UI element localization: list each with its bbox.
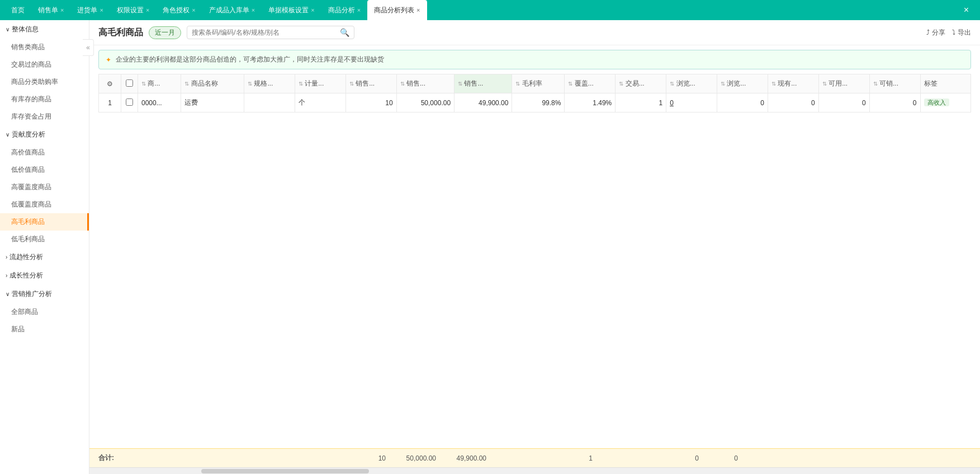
sidebar-item-category-rate[interactable]: 商品分类助购率	[0, 73, 89, 91]
sidebar-group-marketing[interactable]: ∨ 营销推广分析	[0, 285, 89, 303]
th-sales-cost[interactable]: ⇅ 销售...	[455, 74, 512, 93]
sort-icon-4: ⇅	[299, 81, 303, 87]
sidebar-item-all-goods[interactable]: 全部商品	[0, 303, 89, 321]
cell-unit: 个	[295, 93, 345, 112]
nav-analysis-list[interactable]: 商品分析列表 ×	[367, 0, 427, 20]
nav-sales-close[interactable]: ×	[60, 7, 64, 13]
th-code[interactable]: ⇅ 商...	[138, 74, 181, 93]
export-button[interactable]: ⤵ 导出	[952, 28, 971, 37]
share-icon: ⤴	[926, 29, 930, 36]
cell-checkbox[interactable]	[121, 93, 138, 112]
sort-icon-14: ⇅	[822, 81, 827, 87]
sidebar-item-in-stock[interactable]: 有库存的商品	[0, 91, 89, 108]
nav-permission[interactable]: 权限设置 ×	[110, 0, 156, 20]
footer-spacer-browse2	[629, 454, 663, 462]
sidebar-group-overall[interactable]: ∨ 整体信息	[0, 20, 89, 39]
th-unit[interactable]: ⇅ 计量...	[295, 74, 345, 93]
sidebar-group-growth[interactable]: › 成长性分析	[0, 266, 89, 285]
th-coverage[interactable]: ⇅ 覆盖...	[565, 74, 616, 93]
th-browse2[interactable]: ⇅ 浏览...	[717, 74, 768, 93]
sidebar-item-new-goods[interactable]: 新品	[0, 321, 89, 338]
sidebar-group-contribution[interactable]: ∨ 贡献度分析	[0, 125, 89, 144]
cell-browse1[interactable]: 0	[666, 93, 717, 112]
th-available-stock[interactable]: ⇅ 可用...	[818, 74, 869, 93]
header-actions: ⤴ 分享 ⤵ 导出	[926, 28, 971, 37]
sort-icon-9: ⇅	[568, 81, 572, 87]
nav-sales[interactable]: 销售单 ×	[31, 0, 70, 20]
sidebar-item-high-margin[interactable]: 高毛利商品	[0, 213, 89, 231]
th-sales-qty[interactable]: ⇅ 销售...	[345, 74, 396, 93]
sidebar-item-low-margin[interactable]: 低毛利商品	[0, 231, 89, 248]
th-spec[interactable]: ⇅ 规格...	[244, 74, 295, 93]
search-box[interactable]: 🔍	[187, 26, 354, 39]
content-header: 高毛利商品 近一月 🔍 ⤴ 分享 ⤵ 导出	[89, 20, 980, 45]
nav-template-close[interactable]: ×	[311, 7, 314, 13]
filter-recent-month-button[interactable]: 近一月	[149, 26, 181, 39]
nav-permission-close[interactable]: ×	[146, 7, 149, 13]
table-container: ⚙ ⇅ 商... ⇅ 商品名称	[89, 74, 980, 448]
nav-role[interactable]: 角色授权 ×	[156, 0, 202, 20]
footer-sales-cost: 49,900.00	[439, 454, 490, 462]
search-icon[interactable]: 🔍	[340, 28, 349, 37]
th-tag[interactable]: 标签	[920, 74, 970, 93]
sidebar-item-high-value[interactable]: 高价值商品	[0, 144, 89, 161]
row-checkbox[interactable]	[126, 98, 133, 106]
footer-values: 10 50,000.00 49,900.00 1 0 0	[165, 454, 971, 462]
cell-browse2: 0	[717, 93, 768, 112]
scrollbar-thumb[interactable]	[201, 469, 369, 473]
sort-icon-6: ⇅	[400, 81, 405, 87]
footer-available-stock: 0	[702, 454, 741, 462]
nav-purchase[interactable]: 进货单 ×	[70, 0, 110, 20]
th-settings[interactable]: ⚙	[99, 74, 121, 93]
share-button[interactable]: ⤴ 分享	[926, 28, 945, 37]
cell-name: 运费	[181, 93, 244, 112]
th-name[interactable]: ⇅ 商品名称	[181, 74, 244, 93]
cell-sales-amount: 50,000.00	[396, 93, 454, 112]
cell-spec	[244, 93, 295, 112]
sidebar-item-low-coverage[interactable]: 低覆盖度商品	[0, 196, 89, 213]
cell-sellable-stock: 0	[869, 93, 920, 112]
cell-code: 0000...	[138, 93, 181, 112]
nav-home[interactable]: 首页	[4, 0, 31, 20]
info-banner: ✦ 企业的主要的利润都是这部分商品创造的，可考虑加大推广，同时关注库存是不要出现…	[98, 50, 971, 69]
window-close-button[interactable]: ×	[957, 5, 976, 15]
table-header-row: ⚙ ⇅ 商... ⇅ 商品名称	[99, 74, 971, 93]
content-area: 高毛利商品 近一月 🔍 ⤴ 分享 ⤵ 导出 ✦ 企业的主要的利润都是这部分商品创…	[89, 20, 980, 474]
main-layout: ∨ 整体信息 销售类商品 交易过的商品 商品分类助购率 有库存的商品 库存资金占…	[0, 20, 980, 474]
table-footer: 合计: 10 50,000.00 49,900.00 1 0 0	[89, 448, 980, 467]
th-checkbox[interactable]	[121, 74, 138, 93]
th-sales-amount[interactable]: ⇅ 销售...	[396, 74, 454, 93]
nav-analysis-list-close[interactable]: ×	[416, 7, 420, 13]
nav-product-warehouse-close[interactable]: ×	[252, 7, 255, 13]
footer-spacer-name	[210, 454, 277, 462]
sidebar-item-low-value[interactable]: 低价值商品	[0, 161, 89, 179]
footer-spacer-browse1	[596, 454, 629, 462]
select-all-checkbox[interactable]	[126, 79, 133, 87]
nav-purchase-close[interactable]: ×	[100, 7, 103, 13]
footer-current-stock: 0	[663, 454, 702, 462]
sidebar-item-sales-goods[interactable]: 销售类商品	[0, 39, 89, 56]
chevron-down-icon-2: ∨	[6, 132, 10, 138]
th-margin-rate[interactable]: ⇅ 毛利率	[512, 74, 565, 93]
sidebar-collapse-button[interactable]: «	[83, 39, 94, 56]
horizontal-scrollbar[interactable]	[89, 467, 980, 474]
nav-product-warehouse[interactable]: 产成品入库单 ×	[202, 0, 262, 20]
cell-margin-rate: 99.8%	[512, 93, 565, 112]
nav-analysis-close[interactable]: ×	[357, 7, 361, 13]
sort-icon-10: ⇅	[619, 81, 623, 87]
th-transaction[interactable]: ⇅ 交易...	[616, 74, 666, 93]
sidebar-item-high-coverage[interactable]: 高覆盖度商品	[0, 179, 89, 196]
sidebar-item-traded-goods[interactable]: 交易过的商品	[0, 56, 89, 73]
search-input[interactable]	[192, 29, 337, 36]
nav-analysis[interactable]: 商品分析 ×	[321, 0, 367, 20]
cell-sales-cost: 49,900.00	[455, 93, 512, 112]
sidebar-item-stock-capital[interactable]: 库存资金占用	[0, 108, 89, 125]
th-current-stock[interactable]: ⇅ 现有...	[768, 74, 818, 93]
nav-template[interactable]: 单据模板设置 ×	[262, 0, 321, 20]
th-browse1[interactable]: ⇅ 浏览...	[666, 74, 717, 93]
th-sellable-stock[interactable]: ⇅ 可销...	[869, 74, 920, 93]
table-row: 1 0000... 运费 个 10 50,000.00 49,900.00	[99, 93, 971, 112]
nav-role-close[interactable]: ×	[192, 7, 195, 13]
tag-badge: 高收入	[924, 98, 949, 106]
sidebar-group-trend[interactable]: › 流趋性分析	[0, 248, 89, 266]
